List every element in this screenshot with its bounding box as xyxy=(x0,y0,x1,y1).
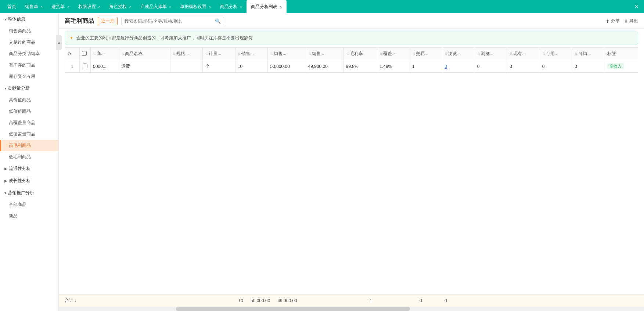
nav-home[interactable]: 首页 xyxy=(3,0,21,13)
arrow-marketing: ▾ xyxy=(4,191,6,195)
nav-role-close[interactable]: × xyxy=(129,4,131,9)
col-sales-amount: ⇅ 销售... xyxy=(268,48,306,60)
arrow-contribution: ▾ xyxy=(4,86,6,90)
nav-product-inbound-close[interactable]: × xyxy=(169,4,171,9)
sidebar-item-high-value[interactable]: 高价值商品 xyxy=(0,94,58,106)
share-button[interactable]: ⬆ 分享 xyxy=(606,18,620,24)
sidebar-item-high-margin[interactable]: 高毛利商品 xyxy=(0,140,58,151)
nav-permission-close[interactable]: × xyxy=(98,4,100,9)
col-gross-margin: ⇅ 毛利率 xyxy=(343,48,377,60)
col-spec: ⇅ 规格... xyxy=(170,48,203,60)
sort-icon-code[interactable]: ⇅ xyxy=(93,52,96,56)
col-current: ⇅ 现有... xyxy=(507,48,540,60)
scrollbar-thumb[interactable] xyxy=(176,307,410,311)
export-icon: ⬇ xyxy=(624,19,628,24)
cell-sales-profit: 49,900.00 xyxy=(306,60,343,73)
sidebar-item-sales-goods[interactable]: 销售类商品 xyxy=(0,25,58,37)
cell-name: 运费 xyxy=(119,60,170,73)
share-icon: ⬆ xyxy=(606,19,609,24)
sort-icon-unit[interactable]: ⇅ xyxy=(205,52,208,56)
nav-template-settings[interactable]: 单据模板设置 × xyxy=(176,0,215,13)
cell-code: 0000... xyxy=(91,60,119,73)
sort-icon-spec[interactable]: ⇅ xyxy=(173,52,176,56)
nav-product-analysis-close[interactable]: × xyxy=(240,4,242,9)
sidebar-group-liquidity[interactable]: ▶ 流通性分析 xyxy=(0,163,58,175)
cell-tag: 高收入 xyxy=(605,60,638,73)
sidebar-group-contribution[interactable]: ▾ 贡献量分析 xyxy=(0,82,58,94)
cell-checkbox[interactable] xyxy=(80,60,91,73)
table-wrapper[interactable]: ⚙ ⇅ 商... xyxy=(65,47,638,294)
content-header: 高毛利商品 近一月 🔍 ⬆ 分享 ⬇ 导出 xyxy=(59,13,644,29)
search-input[interactable] xyxy=(125,19,215,24)
sidebar-group-growth[interactable]: ▶ 成长性分析 xyxy=(0,175,58,187)
cell-sales-amount: 50,000.00 xyxy=(268,60,306,73)
nav-permission[interactable]: 权限设置 × xyxy=(74,0,105,13)
sort-icon-current[interactable]: ⇅ xyxy=(510,52,512,56)
horizontal-scrollbar[interactable] xyxy=(59,307,644,311)
col-checkbox xyxy=(80,48,91,60)
sort-icon-view2[interactable]: ⇅ xyxy=(477,52,480,56)
sidebar-item-low-value[interactable]: 低价值商品 xyxy=(0,106,58,117)
nav-analysis-list-close[interactable]: × xyxy=(280,4,282,9)
cell-sellable: 0 xyxy=(572,60,605,73)
footer-sales-amount: 50,000.00 xyxy=(248,298,272,303)
nav-purchase-close[interactable]: × xyxy=(67,4,69,9)
sidebar-item-high-coverage[interactable]: 高覆盖量商品 xyxy=(0,117,58,129)
nav-sales-close[interactable]: × xyxy=(40,4,43,9)
sort-icon-transaction[interactable]: ⇅ xyxy=(412,52,415,56)
footer-label: 合计： xyxy=(65,297,78,304)
sort-icon-coverage[interactable]: ⇅ xyxy=(379,52,382,56)
nav-product-inbound[interactable]: 产成品入库单 × xyxy=(136,0,176,13)
info-banner: ✦ 企业的主要的利润都是这部分商品创造的，可考虑加大推广，同时关注库存是不要出现… xyxy=(65,32,638,44)
nav-close-all[interactable]: × xyxy=(632,3,641,10)
nav-right: × xyxy=(632,3,641,10)
settings-icon[interactable]: ⚙ xyxy=(67,51,71,57)
col-sales-profit: ⇅ 销售... xyxy=(306,48,343,60)
filter-period-btn[interactable]: 近一月 xyxy=(98,17,118,25)
sidebar-item-new-goods[interactable]: 新品 xyxy=(0,210,58,222)
sort-icon-sales-amount[interactable]: ⇅ xyxy=(270,52,273,56)
table-row: 1 0000... 运费 个 10 50,000.00 49,900.00 99 xyxy=(65,60,638,73)
nav-role[interactable]: 角色授权 × xyxy=(105,0,136,13)
sort-icon-sales-count[interactable]: ⇅ xyxy=(238,52,241,56)
tag-high-income: 高收入 xyxy=(607,63,624,69)
sidebar-item-low-margin[interactable]: 低毛利商品 xyxy=(0,151,58,163)
row-checkbox[interactable] xyxy=(83,64,87,68)
sidebar-group-overall[interactable]: ▾ 整体信息 xyxy=(0,13,58,25)
sidebar-group-marketing[interactable]: ▾ 营销推广分析 xyxy=(0,187,58,199)
sort-icon-sales-profit[interactable]: ⇅ xyxy=(308,52,311,56)
sort-icon-sellable[interactable]: ⇅ xyxy=(575,52,578,56)
export-button[interactable]: ⬇ 导出 xyxy=(624,18,638,24)
cell-gross-margin: 99.8% xyxy=(343,60,377,73)
nav-template-settings-close[interactable]: × xyxy=(209,4,211,9)
sort-icon-name[interactable]: ⇅ xyxy=(121,52,124,56)
sort-icon-available[interactable]: ⇅ xyxy=(542,52,545,56)
col-unit: ⇅ 计量... xyxy=(203,48,235,60)
col-view1: ⇅ 浏览... xyxy=(442,48,475,60)
sidebar-item-category-rate[interactable]: 商品分类助销率 xyxy=(0,48,58,59)
main-layout: ▾ 整体信息 销售类商品 交易过的商品 商品分类助销率 有库存的商品 库存资金占… xyxy=(0,13,644,311)
nav-purchase[interactable]: 进货单 × xyxy=(47,0,73,13)
sort-icon-view1[interactable]: ⇅ xyxy=(445,52,447,56)
col-name: ⇅ 商品名称 xyxy=(119,48,170,60)
sidebar-item-all-goods[interactable]: 全部商品 xyxy=(0,199,58,210)
sort-icon-gross-margin[interactable]: ⇅ xyxy=(346,52,349,56)
cell-view2: 0 xyxy=(475,60,507,73)
sidebar-item-stock-capital[interactable]: 库存资金占用 xyxy=(0,71,58,82)
sidebar-item-traded-goods[interactable]: 交易过的商品 xyxy=(0,37,58,48)
sidebar-item-in-stock[interactable]: 有库存的商品 xyxy=(0,59,58,71)
sidebar-collapse-btn[interactable]: « xyxy=(56,35,62,50)
nav-analysis-list[interactable]: 商品分析列表 × xyxy=(247,0,286,13)
col-index: ⚙ xyxy=(65,48,80,60)
nav-sales[interactable]: 销售单 × xyxy=(21,0,47,13)
arrow-overall: ▾ xyxy=(4,17,6,21)
info-icon: ✦ xyxy=(69,35,73,41)
cell-view1[interactable]: 0 xyxy=(442,60,475,73)
search-box: 🔍 xyxy=(121,17,224,25)
nav-product-analysis[interactable]: 商品分析 × xyxy=(216,0,247,13)
sidebar-item-low-coverage[interactable]: 低覆盖量商品 xyxy=(0,129,58,140)
select-all-checkbox[interactable] xyxy=(82,51,87,56)
arrow-liquidity: ▶ xyxy=(4,167,7,171)
search-icon[interactable]: 🔍 xyxy=(215,18,221,24)
cell-transaction: 1 xyxy=(410,60,442,73)
